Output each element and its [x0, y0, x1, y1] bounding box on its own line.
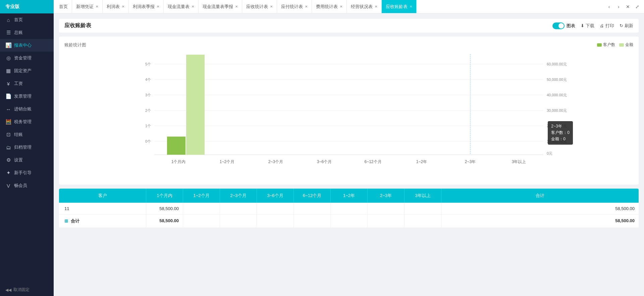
tab-cashflow-label: 现金流量表: [168, 4, 190, 10]
close-icon[interactable]: ✕: [375, 5, 377, 8]
svg-text:4个: 4个: [145, 78, 151, 82]
sidebar-item-label: 畅会员: [14, 183, 27, 189]
main-content: 首页 新增凭证 ✕ 利润表 ✕ 利润表季报 ✕ 现金流量表 ✕ 现金流量表季报 …: [54, 0, 644, 296]
tab-ap-stats[interactable]: 应付统计表 ✕: [277, 0, 312, 13]
page-header: 应收账龄表 图表 ⬇ 下载 🖨 打印 ↻ 刷新: [59, 19, 639, 33]
close-icon[interactable]: ✕: [157, 5, 159, 8]
sidebar-item-assets[interactable]: ▦ 固定资产: [0, 64, 54, 77]
amount-color: [619, 43, 624, 47]
tab-profit[interactable]: 利润表 ✕: [103, 0, 129, 13]
tab-business-status-label: 经营状况表: [351, 4, 373, 10]
footer-label: 取消固定: [13, 287, 30, 293]
sidebar-item-label: 发票管理: [14, 93, 32, 99]
tab-close-all-button[interactable]: ✕: [624, 3, 632, 11]
sidebar-item-invoice[interactable]: 📄 发票管理: [0, 90, 54, 103]
chart-legend: 客户数 金额: [597, 42, 633, 48]
tab-controls: ‹ › ✕ ⤢: [605, 3, 643, 11]
sidebar-item-guide[interactable]: ✦ 新手引导: [0, 166, 54, 179]
download-button[interactable]: ⬇ 下载: [581, 23, 594, 29]
td-total-over3y: [405, 215, 441, 228]
toggle-track[interactable]: [552, 22, 565, 29]
legend-amount-label: 金额: [625, 42, 633, 48]
tab-next-button[interactable]: ›: [614, 3, 623, 11]
salary-icon: ¥: [5, 81, 11, 87]
legend-amount: 金额: [619, 42, 633, 48]
close-icon[interactable]: ✕: [410, 5, 412, 8]
sidebar-item-ledger[interactable]: ☰ 总账: [0, 26, 54, 39]
tab-home[interactable]: 首页: [55, 0, 72, 13]
tab-business-status[interactable]: 经营状况表 ✕: [347, 0, 382, 13]
td-6to12m: [294, 203, 331, 214]
tab-bar: 首页 新增凭证 ✕ 利润表 ✕ 利润表季报 ✕ 现金流量表 ✕ 现金流量表季报 …: [54, 0, 644, 13]
svg-text:1个月内: 1个月内: [171, 159, 186, 164]
close-icon[interactable]: ✕: [96, 5, 98, 8]
sidebar-item-reports[interactable]: 📊 报表中心: [0, 39, 54, 52]
svg-text:3年以上: 3年以上: [512, 159, 526, 164]
svg-text:0元: 0元: [547, 151, 552, 155]
svg-text:30,000.00元: 30,000.00元: [547, 108, 567, 112]
sidebar-item-closing[interactable]: ⊡ 结账: [0, 128, 54, 141]
sidebar-item-label: 报表中心: [14, 42, 32, 48]
close-icon[interactable]: ✕: [305, 5, 308, 8]
close-icon[interactable]: ✕: [270, 5, 273, 8]
td-total-6to12m: [294, 215, 331, 228]
tab-ar-stats[interactable]: 应收统计表 ✕: [242, 0, 277, 13]
sidebar-item-home[interactable]: ⌂ 首页: [0, 13, 54, 26]
tax-icon: 🧮: [5, 119, 11, 125]
sidebar-item-label: 工资: [14, 81, 23, 87]
tab-ar-aging[interactable]: 应收账龄表 ✕: [382, 0, 417, 13]
bar-amount-0: [186, 55, 205, 155]
sidebar-item-label: 进销台账: [14, 106, 32, 112]
td-2to3m: [220, 203, 257, 214]
sidebar-item-archive[interactable]: 🗂 归档管理: [0, 141, 54, 154]
td-total: 58,500.00: [441, 203, 639, 214]
reports-icon: 📊: [5, 42, 11, 48]
refresh-button[interactable]: ↻ 刷新: [620, 23, 633, 29]
tab-expand-button[interactable]: ⤢: [633, 3, 641, 11]
refresh-label: 刷新: [625, 23, 633, 29]
svg-text:0个: 0个: [145, 139, 151, 143]
sidebar-item-funds[interactable]: ◎ 资金管理: [0, 52, 54, 64]
sidebar-item-settings[interactable]: ⚙ 设置: [0, 154, 54, 166]
close-icon[interactable]: ✕: [192, 5, 194, 8]
tab-profit-quarterly[interactable]: 利润表季报 ✕: [129, 0, 164, 13]
close-icon[interactable]: ✕: [340, 5, 342, 8]
svg-text:1个: 1个: [145, 124, 151, 128]
sidebar-item-label: 税务管理: [14, 119, 32, 125]
tab-home-label: 首页: [59, 4, 68, 10]
close-icon[interactable]: ✕: [235, 5, 238, 8]
svg-text:2~3个月: 2~3个月: [268, 159, 283, 164]
tab-ar-stats-label: 应收统计表: [246, 4, 268, 10]
sidebar-item-label: 总账: [14, 30, 23, 36]
sidebar-item-salary[interactable]: ¥ 工资: [0, 77, 54, 90]
th-total: 合计: [441, 189, 639, 203]
chart-toggle[interactable]: 图表: [552, 22, 575, 29]
svg-text:2个: 2个: [145, 108, 151, 112]
download-label: 下载: [586, 23, 594, 29]
sidebar-item-vip[interactable]: V 畅会员: [0, 179, 54, 192]
tab-cashflow[interactable]: 现金流量表 ✕: [164, 0, 199, 13]
refresh-icon: ↻: [620, 23, 623, 28]
tab-cashflow-quarterly[interactable]: 现金流量表季报 ✕: [199, 0, 242, 13]
tab-expense-stats[interactable]: 费用统计表 ✕: [312, 0, 347, 13]
table-row: 11 58,500.00 58,500.00: [59, 203, 639, 215]
th-over3y: 3年以上: [405, 189, 441, 203]
sidebar-item-label: 首页: [14, 17, 23, 23]
th-1to2y: 1~2年: [331, 189, 368, 203]
tab-ar-aging-label: 应收账龄表: [386, 4, 408, 10]
tab-profit-quarterly-label: 利润表季报: [133, 4, 155, 10]
chart-toggle-label: 图表: [567, 23, 575, 29]
print-button[interactable]: 🖨 打印: [600, 23, 614, 29]
pin-icon: ◀◀: [5, 288, 11, 292]
td-total-customer: ⊞ 合计: [59, 215, 146, 228]
sidebar-item-tax[interactable]: 🧮 税务管理: [0, 115, 54, 128]
tab-prev-button[interactable]: ‹: [605, 3, 613, 11]
data-table: 客户 1个月内 1~2个月 2~3个月 3~6个月 6~12个月 1~2年 2~…: [59, 189, 639, 228]
invoice-icon: 📄: [5, 93, 11, 99]
close-icon[interactable]: ✕: [122, 5, 124, 8]
total-icon: ⊞: [64, 218, 68, 224]
sidebar-item-sales[interactable]: ↔ 进销台账: [0, 103, 54, 115]
svg-text:6~12个月: 6~12个月: [364, 159, 381, 164]
sidebar-footer[interactable]: ◀◀ 取消固定: [0, 284, 54, 296]
tab-new-voucher[interactable]: 新增凭证 ✕: [72, 0, 103, 13]
